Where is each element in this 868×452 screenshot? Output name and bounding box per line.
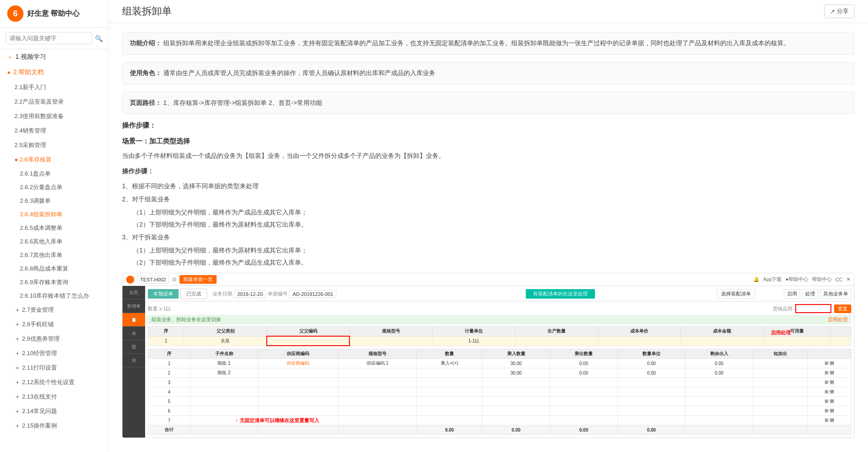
mock-th-costamt: 成本金额 <box>681 327 764 337</box>
sidebar-item-inv2[interactable]: 2.6.2分量盘点单 <box>0 181 108 194</box>
mock-th-spec: 规格型号 <box>349 327 432 337</box>
app-logo: 6 <box>7 5 24 22</box>
sidebar-item-faq[interactable]: ＋ 2.14常见问题 <box>0 404 108 419</box>
sidebar-item-purchase[interactable]: 2.5采购管理 <box>0 138 108 152</box>
mock-center-btn: 选择装配清单 <box>717 289 755 299</box>
sidebar-item-case[interactable]: ＋ 2.15操作案例 <box>0 419 108 433</box>
mock-child-row-3: 3 ⊞ 侧 <box>148 378 851 387</box>
mock-child-th-seq: 序 <box>148 349 190 359</box>
plus-icon: ＋ <box>7 53 13 61</box>
mock-search-btn[interactable]: 查复 <box>834 305 851 313</box>
plus-icon-coupon: ＋ <box>14 335 20 342</box>
sidebar-item-video[interactable]: ＋ 1.视频学习 <box>0 49 108 65</box>
role-text: 通常由生产人员或库管人员完成拆装业务的操作，库管人员确认原材料的出库和产成品的入… <box>163 69 435 76</box>
mock-logo <box>126 276 134 284</box>
search-input[interactable] <box>5 32 92 44</box>
sidebar-item-inv4[interactable]: 2.6.4组装拆卸单 <box>0 208 108 221</box>
share-button[interactable]: ↗ 分享 <box>824 5 854 18</box>
step3-sub2: （2）下部明细为子件明细，最终作为产成品生成其它入库单。 <box>122 257 854 268</box>
sidebar-item-install[interactable]: 2.2产品安装及登录 <box>0 95 108 109</box>
mock-child-th-name: 子件名称 <box>190 349 258 359</box>
mock-cell-costprice <box>598 336 681 346</box>
mock-child-row-1: 1 期批 1 供应商编码 供应编码 1 乘入+(+) 30.00 0.00 0.… <box>148 359 851 368</box>
mock-search-input[interactable] <box>795 304 831 313</box>
sidebar-item-inv5[interactable]: 2.6.5成本调整单 <box>0 221 108 235</box>
mock-action-btn3: 其他业务单 <box>820 289 851 299</box>
plus-icon-custom: ＋ <box>14 379 20 385</box>
mock-date-label: 业务日期 <box>212 290 232 297</box>
mock-child-th-inqty: 乘入数量 <box>482 349 550 359</box>
role-label: 使用角色： <box>130 69 161 76</box>
sidebar-item-coupon[interactable]: ＋ 2.9优惠券管理 <box>0 332 108 346</box>
minus-icon-inventory: ● <box>14 156 18 163</box>
sidebar-item-inv9[interactable]: 2.6.9库存账本查询 <box>0 276 108 289</box>
mock-search-label: 货镇品用 <box>773 305 793 312</box>
mock-th-unit: 计量单位 <box>432 327 515 337</box>
step1: 1、根据不同的业务，选择不同单据的类型来处理 <box>122 181 854 192</box>
plus-icon-print: ＋ <box>14 364 20 371</box>
mock-th-parentcat: 父父类别 <box>184 327 267 337</box>
sidebar-item-inventory[interactable]: ● 2.6库存核算 <box>0 152 108 167</box>
sidebar-item-operation[interactable]: ＋ 2.10经营管理 <box>0 346 108 361</box>
sidebar-item-inv6[interactable]: 2.6.6其他入库单 <box>0 235 108 248</box>
nav-section: ＋ 1.视频学习 ● 2.帮助文档 2.1新手入门 2.2产品安装及登录 2.3… <box>0 49 108 433</box>
sidebar-item-capital[interactable]: ＋ 2.7资金管理 <box>0 303 108 317</box>
mock-new-btn: 新建单据一览 <box>179 275 217 284</box>
topbar: 组装拆卸单 ↗ 分享 <box>108 0 868 23</box>
sidebar-item-xinshou[interactable]: 2.1新手入门 <box>0 80 108 95</box>
mock-topbar-right: 🔔 App下载 ●帮助中心 帮助中心 CC ✕ <box>753 276 850 283</box>
sidebar-item-sales[interactable]: 2.4销售管理 <box>0 124 108 138</box>
mock-child-row-4: 4 ⊞ 侧 <box>148 387 851 397</box>
search-icon[interactable]: 🔍 <box>95 35 103 42</box>
mock-content: 自页 新增单 📋 ⊞ 圆 间 本预设单 已完成 业务日期 <box>123 286 854 438</box>
mock-child-row-5: 5 ⊞ 侧 <box>148 397 851 406</box>
sidebar-item-pay[interactable]: ＋ 2.13在线支付 <box>0 390 108 404</box>
sidebar-item-data[interactable]: 2.3使用前数据准备 <box>0 109 108 124</box>
mock-sidebar-active: 📋 <box>123 313 145 327</box>
sidebar-item-inv8[interactable]: 2.6.8商品成本重算 <box>0 262 108 276</box>
mock-company-select: TEST-H002 <box>137 276 169 284</box>
path-block: 页面路径： 1、库存核算->库存管理->组装拆卸单 2、首页->常用功能 <box>122 92 854 114</box>
sidebar-item-inv7[interactable]: 2.6.7其他出库单 <box>0 248 108 262</box>
mock-child-th-remain: 剩余出入 <box>685 349 753 359</box>
plus-icon-pay: ＋ <box>14 393 20 400</box>
sidebar-item-inv3[interactable]: 2.6.3调拨单 <box>0 194 108 208</box>
mock-sidebar-home: 自页 <box>123 286 145 300</box>
step2: 2、对于组装业务 <box>122 194 854 205</box>
mock-child-row-2: 2 期批 2 30.00 0.00 0.00 0.00 <box>148 368 851 378</box>
search-box: 🔍 <box>0 28 108 49</box>
mock-th-seq: 序 <box>148 327 184 337</box>
step3-sub1: （1）上部明细为父件明细，最终作为原材料生成其它出库单； <box>122 245 854 256</box>
mock-left-sidebar: 自页 新增单 📋 ⊞ 圆 间 <box>123 286 145 438</box>
sidebar-item-inv10[interactable]: 2.6.10库存账本错了怎么办 <box>0 289 108 303</box>
role-block: 使用角色： 通常由生产人员或库管人员完成拆装业务的操作，库管人员确认原材料的出库… <box>122 62 854 85</box>
annotation-unlimited: ↑ 无固定清单可以继续在这里置量写入 <box>236 417 319 424</box>
function-intro-block: 功能介绍： 组装拆卸单用来处理企业组装或拆卸等加工业务，支持有固定装配清单的产品… <box>122 32 854 55</box>
mock-sidebar-icon2: 圆 <box>123 340 145 354</box>
function-intro-label: 功能介绍： <box>130 39 161 47</box>
share-icon: ↗ <box>830 8 835 15</box>
mock-th-prodqty: 生产数量 <box>515 327 598 337</box>
scene-desc: 当由多个子件材料组装成一个成品的业务为【组装】业务，当由一个父件拆分成多个子产品… <box>122 150 854 162</box>
plus-icon-capital: ＋ <box>14 306 20 313</box>
mock-help-icon: ●帮助中心 <box>785 276 808 283</box>
page-title: 组装拆卸单 <box>122 5 172 18</box>
minus-icon: ● <box>7 69 10 76</box>
mock-child-th-ops <box>808 349 851 359</box>
screenshot-container: TEST-H002 ⚙ 新建单据一览 🔔 App下载 ●帮助中心 帮助中心 CC… <box>122 273 854 438</box>
sidebar-item-inv1[interactable]: 2.6.1盘点单 <box>0 167 108 181</box>
sidebar-item-mobile[interactable]: ＋ 2.8手机旺铺 <box>0 317 108 332</box>
plus-icon-mobile: ＋ <box>14 321 20 328</box>
mock-cell-seq: 1 <box>148 336 184 346</box>
mock-th-action <box>831 327 851 337</box>
scene-title: 场景一：加工类型选择 <box>122 137 854 146</box>
mock-assembly-switch-label: 组装业务、拆卸业务在这里切换 <box>151 316 221 323</box>
mock-child-th-spec: 规格型号 <box>338 349 416 359</box>
sidebar-item-docs[interactable]: ● 2.帮助文档 <box>0 65 108 80</box>
sidebar-item-print[interactable]: ＋ 2.11打印设置 <box>0 361 108 375</box>
mock-child-row-6: 6 ⊞ 侧 <box>148 406 851 416</box>
mock-cell-prodqty <box>515 336 598 346</box>
plus-icon-faq: ＋ <box>14 408 20 414</box>
sidebar-item-custom[interactable]: ＋ 2.12系统个性化设置 <box>0 375 108 390</box>
mock-processing-label: 启用处理 <box>828 316 848 323</box>
